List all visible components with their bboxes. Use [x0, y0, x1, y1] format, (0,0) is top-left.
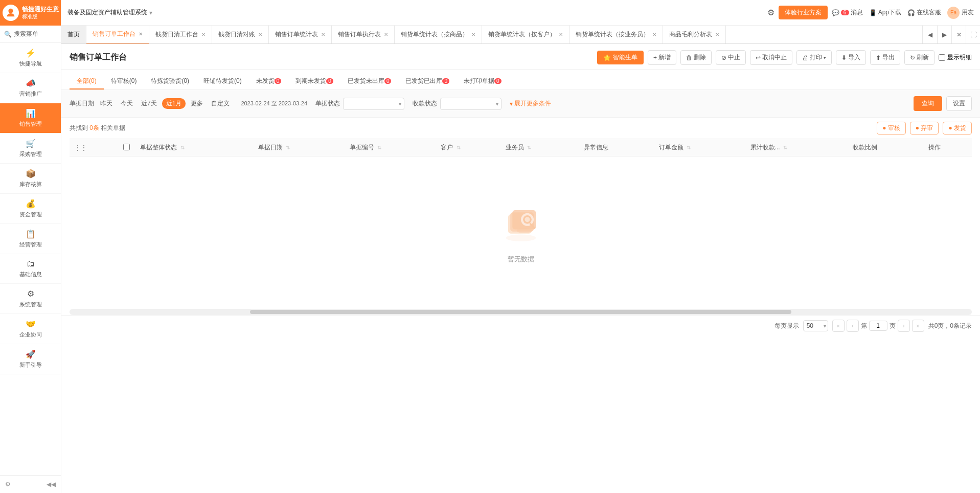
sidebar-item-finance[interactable]: 💰 资金管理: [0, 194, 61, 224]
import-button[interactable]: ⬇ 导入: [836, 50, 866, 65]
sidebar-item-marketing[interactable]: 📣 营销推广: [0, 73, 61, 103]
tab-close-sales-exec[interactable]: ✕: [384, 32, 388, 37]
query-button[interactable]: 查询: [914, 96, 942, 111]
filter-tab-pending-inspect[interactable]: 待拣货验货(0): [144, 74, 196, 89]
sidebar-item-system[interactable]: ⚙ 系统管理: [0, 284, 61, 314]
tab-goods-stat-product[interactable]: 销货单统计表（按商品） ✕: [395, 26, 482, 44]
tab-sales-exec[interactable]: 销售订单执行表 ✕: [332, 26, 395, 44]
date-btn-today[interactable]: 今天: [118, 98, 136, 109]
tab-goods-margin[interactable]: 商品毛利分析表 ✕: [663, 26, 726, 44]
col-received[interactable]: 累计收款... ⇅: [745, 139, 848, 156]
filter-tab-pending-audit[interactable]: 待审核(0): [104, 74, 144, 89]
data-table: ⋮⋮ 单据整体状态 ⇅ 单据日期 ⇅: [70, 139, 972, 156]
prev-page-btn[interactable]: ‹: [847, 320, 859, 332]
filter-tab-wangpu[interactable]: 旺铺待发货(0): [196, 74, 249, 89]
tab-close-goods-product[interactable]: ✕: [471, 32, 475, 37]
cancel-stop-button[interactable]: ↩ 取消中止: [750, 50, 792, 65]
filter-tab-expired[interactable]: 到期未发货0: [288, 74, 340, 89]
logo-icon: [3, 5, 19, 21]
audit-button[interactable]: ● 审核: [877, 122, 906, 135]
payment-select[interactable]: [440, 98, 502, 110]
filter-tab-not-shipped[interactable]: 未发货0: [249, 74, 289, 89]
settings-footer-icon[interactable]: ⚙: [5, 481, 11, 488]
date-btn-more[interactable]: 更多: [188, 98, 206, 109]
col-staff[interactable]: 业务员 ⇅: [500, 139, 579, 156]
smart-btn[interactable]: ⭐ 智能生单: [597, 51, 644, 64]
select-all-checkbox[interactable]: [123, 144, 130, 150]
tab-close-all[interactable]: ✕: [951, 26, 966, 44]
per-page-select[interactable]: 10 20 50 100: [803, 320, 828, 331]
expand-conditions-btn[interactable]: ▾ 展开更多条件: [510, 99, 551, 108]
print-button[interactable]: 🖨 打印 ▾: [796, 50, 832, 65]
col-number[interactable]: 单据编号 ⇅: [345, 139, 436, 156]
sidebar-item-operations[interactable]: 📋 经营管理: [0, 224, 61, 254]
stop-button[interactable]: ⊘ 中止: [716, 50, 746, 65]
tab-close-sales-stat[interactable]: ✕: [321, 32, 325, 37]
tab-close-cash-reconcile[interactable]: ✕: [258, 32, 262, 37]
tab-close-goods-customer[interactable]: ✕: [559, 32, 563, 37]
scrollbar-thumb[interactable]: [250, 310, 791, 314]
tab-nav-next[interactable]: ▶: [937, 26, 951, 44]
sidebar-item-quick-nav[interactable]: ⚡ 快捷导航: [0, 43, 61, 73]
solution-button[interactable]: 体验行业方案: [779, 6, 828, 19]
online-service-action[interactable]: 🎧 在线客服: [907, 8, 941, 17]
app-download-action[interactable]: 📱 App下载: [869, 8, 901, 17]
tab-cash-reconcile[interactable]: 钱货日清对账 ✕: [212, 26, 269, 44]
sidebar-search[interactable]: 🔍 搜索菜单: [0, 26, 61, 43]
sidebar-item-sales[interactable]: 📊 销售管理: [0, 103, 61, 133]
show-detail-label[interactable]: 显示明细: [939, 53, 972, 62]
col-amount[interactable]: 订单金额 ⇅: [654, 139, 745, 156]
delete-button[interactable]: 🗑 删除: [680, 50, 712, 65]
date-btn-custom[interactable]: 自定义: [208, 98, 233, 109]
filter-tab-not-printed[interactable]: 未打印单据0: [457, 74, 509, 89]
tab-close-sales-order[interactable]: ✕: [139, 31, 143, 37]
tab-close-goods-margin[interactable]: ✕: [715, 32, 719, 37]
tab-home[interactable]: 首页: [61, 26, 86, 44]
settings-icon[interactable]: ⚙: [767, 8, 774, 17]
abandon-button[interactable]: ● 弃审: [910, 122, 939, 135]
page-input[interactable]: [869, 321, 887, 331]
horizontal-scrollbar[interactable]: [70, 309, 972, 315]
date-btn-yesterday[interactable]: 昨天: [97, 98, 116, 109]
tab-daily-cash[interactable]: 钱货日清工作台 ✕: [149, 26, 212, 44]
tab-sales-stat[interactable]: 销售订单统计表 ✕: [269, 26, 332, 44]
collapse-icon[interactable]: ◀◀: [47, 481, 56, 488]
date-btn-7days[interactable]: 近7天: [138, 98, 160, 109]
tab-restore[interactable]: ⛶: [966, 26, 980, 44]
user-menu[interactable]: Ea 用友: [947, 7, 974, 19]
sidebar-item-basic[interactable]: 🗂 基础信息: [0, 254, 61, 284]
next-page-btn[interactable]: ›: [898, 320, 910, 332]
col-status[interactable]: 单据整体状态 ⇅: [135, 139, 253, 156]
col-customer[interactable]: 客户 ⇅: [436, 139, 500, 156]
sidebar-item-enterprise[interactable]: 🤝 企业协同: [0, 314, 61, 344]
setting-button[interactable]: 设置: [946, 96, 972, 111]
filter-tab-shipped-not-out[interactable]: 已发货未出库0: [340, 74, 399, 89]
svg-point-7: [525, 217, 530, 222]
export-button[interactable]: ⬆ 导出: [870, 50, 900, 65]
sidebar-item-guide[interactable]: 🚀 新手引导: [0, 344, 61, 374]
filter-tab-shipped-out[interactable]: 已发货已出库0: [398, 74, 457, 89]
tabbar: 首页 销售订单工作台 ✕ 钱货日清工作台 ✕ 钱货日清对账 ✕ 销售订单统计表 …: [61, 26, 980, 44]
sidebar-item-inventory[interactable]: 📦 库存核算: [0, 164, 61, 194]
tab-sales-order-workbench[interactable]: 销售订单工作台 ✕: [86, 26, 149, 44]
show-detail-checkbox[interactable]: [939, 54, 945, 61]
message-action[interactable]: 💬 6 消息: [832, 8, 863, 17]
last-page-btn[interactable]: »: [912, 320, 924, 332]
sort-amount-icon: ⇅: [687, 145, 691, 150]
tab-close-daily-cash[interactable]: ✕: [201, 32, 206, 37]
first-page-btn[interactable]: «: [832, 320, 845, 332]
dropdown-arrow-icon[interactable]: ▾: [149, 9, 152, 16]
tab-nav-prev[interactable]: ◀: [923, 26, 937, 44]
deliver-button[interactable]: ● 发货: [943, 122, 972, 135]
refresh-button[interactable]: ↻ 刷新: [904, 50, 935, 65]
tab-close-goods-staff[interactable]: ✕: [652, 32, 656, 37]
date-btn-1month[interactable]: 近1月: [162, 98, 186, 109]
sidebar-nav: 📣 营销推广 📊 销售管理 🛒 采购管理 📦 库存核算 💰 资金管理 📋 经营管…: [0, 73, 61, 475]
tab-goods-stat-customer[interactable]: 销货单统计表（按客户） ✕: [482, 26, 569, 44]
add-button[interactable]: + 新增: [648, 50, 676, 65]
col-date[interactable]: 单据日期 ⇅: [253, 139, 345, 156]
sidebar-item-purchase[interactable]: 🛒 采购管理: [0, 133, 61, 164]
tab-goods-stat-staff[interactable]: 销货单统计表（按业务员） ✕: [569, 26, 663, 44]
filter-tab-all[interactable]: 全部(0): [70, 74, 104, 89]
status-select[interactable]: [343, 98, 404, 110]
